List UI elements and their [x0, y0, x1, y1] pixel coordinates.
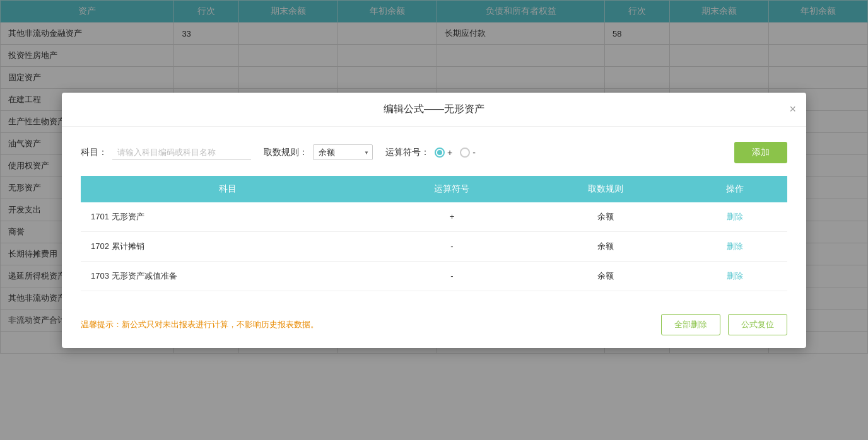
edit-formula-modal: 编辑公式——无形资产 × 科目： 取数规则： 余额借方贷方借方发生额贷方发生额	[62, 93, 806, 348]
radio-plus-circle	[435, 148, 445, 158]
operator-label: 运算符号：	[385, 147, 430, 158]
rule-select-wrap: 余额借方贷方借方发生额贷方发生额	[313, 144, 373, 160]
modal-footer: 温馨提示：新公式只对未出报表进行计算，不影响历史报表数据。 全部删除 公式复位	[62, 304, 806, 348]
rule-group: 取数规则： 余额借方贷方借方发生额贷方发生额	[264, 144, 373, 160]
cell-operator: -	[375, 231, 529, 261]
add-button[interactable]: 添加	[734, 142, 787, 163]
cell-subject: 1701 无形资产	[81, 202, 375, 232]
tip-text: 温馨提示：新公式只对未出报表进行计算，不影响历史报表数据。	[81, 319, 319, 330]
cell-rule: 余额	[529, 261, 683, 291]
footer-actions: 全部删除 公式复位	[661, 314, 787, 335]
table-header: 科目	[81, 176, 375, 202]
radio-minus-circle	[460, 148, 470, 158]
modal-body: 科目： 取数规则： 余额借方贷方借方发生额贷方发生额 运算符号： +	[62, 127, 806, 304]
cell-subject: 1702 累计摊销	[81, 231, 375, 261]
cell-subject: 1703 无形资产减值准备	[81, 261, 375, 291]
radio-minus-label: -	[472, 148, 476, 158]
subject-group: 科目：	[81, 145, 251, 160]
operator-radio-group: + -	[435, 148, 476, 158]
reset-formula-button[interactable]: 公式复位	[728, 314, 787, 335]
radio-plus[interactable]: +	[435, 148, 452, 158]
rule-select[interactable]: 余额借方贷方借方发生额贷方发生额	[313, 144, 373, 160]
table-row: 1702 累计摊销-余额删除	[81, 231, 787, 261]
cell-operator: -	[375, 261, 529, 291]
table-header: 操作	[683, 176, 787, 202]
delete-row-button[interactable]: 删除	[727, 211, 743, 223]
operator-group: 运算符号： + -	[385, 147, 476, 158]
cell-rule: 余额	[529, 202, 683, 232]
table-row: 1701 无形资产+余额删除	[81, 202, 787, 232]
radio-plus-label: +	[447, 148, 452, 158]
delete-row-button[interactable]: 删除	[727, 241, 743, 252]
cell-operator: +	[375, 202, 529, 232]
delete-row-button[interactable]: 删除	[727, 270, 743, 282]
table-row: 1703 无形资产减值准备-余额删除	[81, 261, 787, 291]
table-header: 运算符号	[375, 176, 529, 202]
modal-close-button[interactable]: ×	[789, 103, 796, 115]
table-header: 取数规则	[529, 176, 683, 202]
subject-input[interactable]	[112, 145, 251, 160]
modal-overlay: 编辑公式——无形资产 × 科目： 取数规则： 余额借方贷方借方发生额贷方发生额	[0, 0, 868, 440]
modal-title: 编辑公式——无形资产	[384, 103, 484, 116]
radio-minus[interactable]: -	[460, 148, 476, 158]
modal-header: 编辑公式——无形资产 ×	[62, 93, 806, 127]
delete-all-button[interactable]: 全部删除	[661, 314, 720, 335]
cell-rule: 余额	[529, 231, 683, 261]
rule-label: 取数规则：	[264, 147, 308, 158]
subject-label: 科目：	[81, 147, 107, 158]
formula-form-row: 科目： 取数规则： 余额借方贷方借方发生额贷方发生额 运算符号： +	[81, 142, 787, 163]
formula-table: 科目运算符号取数规则操作 1701 无形资产+余额删除1702 累计摊销-余额删…	[81, 176, 787, 291]
